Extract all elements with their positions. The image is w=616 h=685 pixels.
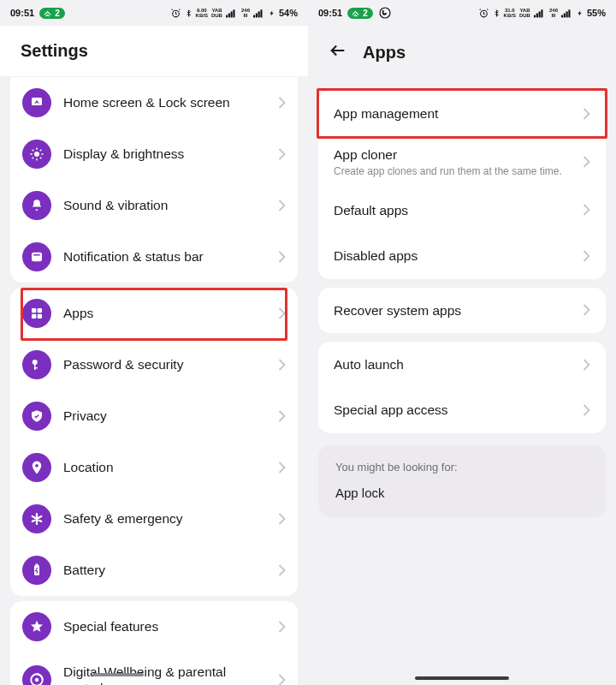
chevron-right-icon	[583, 359, 590, 371]
row-label: Auto launch	[334, 356, 572, 372]
svg-rect-15	[38, 308, 42, 313]
chevron-right-icon	[278, 674, 286, 685]
row-recover-system-apps[interactable]: Recover system apps	[318, 288, 606, 333]
svg-rect-33	[564, 13, 566, 17]
row-label: Battery	[63, 562, 266, 578]
star-icon	[22, 612, 51, 641]
brightness-icon	[22, 140, 51, 169]
svg-point-21	[35, 464, 38, 468]
row-disabled-apps[interactable]: Disabled apps	[318, 233, 606, 278]
chevron-right-icon	[583, 304, 590, 316]
status-bar: 09:51 2 9.00KB/S YABDUB 246III 54%	[0, 0, 308, 26]
svg-rect-23	[36, 564, 38, 566]
svg-rect-5	[253, 15, 255, 17]
net-label-1: YABDUB	[211, 8, 222, 18]
settings-group-display: Home screen & Lock screen Display & brig…	[10, 77, 298, 283]
back-button[interactable]	[329, 41, 347, 63]
row-battery[interactable]: Battery	[10, 545, 298, 596]
nav-indicator	[415, 676, 509, 680]
row-apps[interactable]: Apps	[10, 288, 298, 339]
nav-indicator	[92, 673, 144, 676]
bluetooth-icon	[493, 8, 500, 19]
row-display-brightness[interactable]: Display & brightness	[10, 128, 298, 180]
data-speed: 31.0KB/S	[504, 8, 516, 18]
signal-icon	[226, 9, 238, 18]
wellbeing-icon	[22, 665, 51, 685]
svg-rect-3	[231, 11, 233, 17]
bell-icon	[22, 191, 51, 220]
row-label: Recover system apps	[334, 302, 572, 319]
row-app-management[interactable]: App management	[318, 91, 606, 136]
chevron-right-icon	[278, 410, 286, 422]
svg-point-25	[35, 678, 39, 682]
row-special-app-access[interactable]: Special app access	[318, 387, 606, 432]
row-label: Privacy	[63, 408, 266, 424]
signal-icon-2	[561, 9, 573, 18]
chevron-right-icon	[278, 97, 286, 109]
header: Settings	[0, 26, 308, 76]
location-icon	[22, 453, 51, 482]
chevron-right-icon	[278, 307, 286, 319]
svg-rect-19	[34, 364, 36, 370]
data-speed: 9.00KB/S	[196, 8, 208, 18]
key-icon	[22, 350, 51, 379]
bolt-icon	[269, 8, 275, 19]
chevron-right-icon	[278, 200, 286, 211]
row-special-features[interactable]: Special features	[10, 601, 298, 652]
row-app-cloner[interactable]: App cloner Create app clones and run the…	[318, 136, 606, 187]
settings-group-system: Apps Password & security Privacy	[10, 288, 298, 596]
row-safety-emergency[interactable]: Safety & emergency	[10, 493, 298, 545]
row-privacy[interactable]: Privacy	[10, 390, 298, 442]
chevron-right-icon	[583, 204, 590, 216]
header: Apps	[308, 26, 616, 79]
row-home-lock[interactable]: Home screen & Lock screen	[10, 77, 298, 128]
row-digital-wellbeing[interactable]: Digital Wellbeing & parental controls	[10, 652, 298, 685]
chevron-right-icon	[278, 462, 286, 474]
svg-rect-16	[32, 314, 36, 319]
page-title: Apps	[363, 43, 406, 63]
net-label-1: YABDUB	[519, 8, 530, 18]
apps-group-launch: Auto launch Special app access	[318, 342, 606, 433]
battery-text: 54%	[279, 8, 298, 18]
chevron-right-icon	[278, 621, 286, 633]
svg-point-18	[33, 360, 38, 365]
svg-point-11	[34, 152, 39, 157]
chevron-right-icon	[583, 404, 590, 416]
svg-rect-35	[568, 9, 570, 17]
row-label: App management	[334, 105, 572, 122]
svg-rect-12	[32, 253, 42, 262]
notification-icon	[22, 242, 51, 271]
settings-group-more: Special features Digital Wellbeing & par…	[10, 601, 298, 685]
svg-rect-8	[260, 9, 262, 17]
svg-rect-29	[536, 13, 538, 17]
row-label: Display & brightness	[63, 146, 266, 162]
row-sound-vibration[interactable]: Sound & vibration	[10, 180, 298, 231]
svg-rect-13	[33, 254, 40, 256]
suggestion-item-app-lock[interactable]: App lock	[335, 485, 589, 500]
alarm-icon	[170, 8, 181, 19]
wifi-activity-pill: 2	[347, 8, 373, 19]
svg-rect-7	[258, 11, 260, 17]
chevron-right-icon	[583, 156, 590, 168]
whatsapp-icon	[378, 6, 392, 20]
svg-rect-30	[539, 11, 541, 17]
status-time: 09:51	[10, 8, 34, 18]
row-notification-statusbar[interactable]: Notification & status bar	[10, 231, 298, 283]
row-default-apps[interactable]: Default apps	[318, 188, 606, 233]
battery-icon	[22, 556, 51, 585]
row-label: Apps	[63, 305, 266, 321]
row-password-security[interactable]: Password & security	[10, 339, 298, 390]
chevron-right-icon	[278, 148, 286, 160]
asterisk-icon	[22, 504, 51, 533]
apps-group-main: App management App cloner Create app clo…	[318, 91, 606, 279]
chevron-right-icon	[278, 513, 286, 525]
row-auto-launch[interactable]: Auto launch	[318, 342, 606, 387]
signal-icon-2	[253, 9, 265, 18]
row-label: Special features	[63, 618, 266, 634]
suggestion-title: You might be looking for:	[335, 461, 589, 474]
net-label-2: 246III	[241, 8, 250, 18]
row-location[interactable]: Location	[10, 442, 298, 493]
svg-rect-6	[256, 13, 258, 17]
bolt-icon	[577, 8, 583, 19]
status-bar: 09:51 2 31.0KB/S YABDUB 246III 55%	[308, 0, 616, 26]
